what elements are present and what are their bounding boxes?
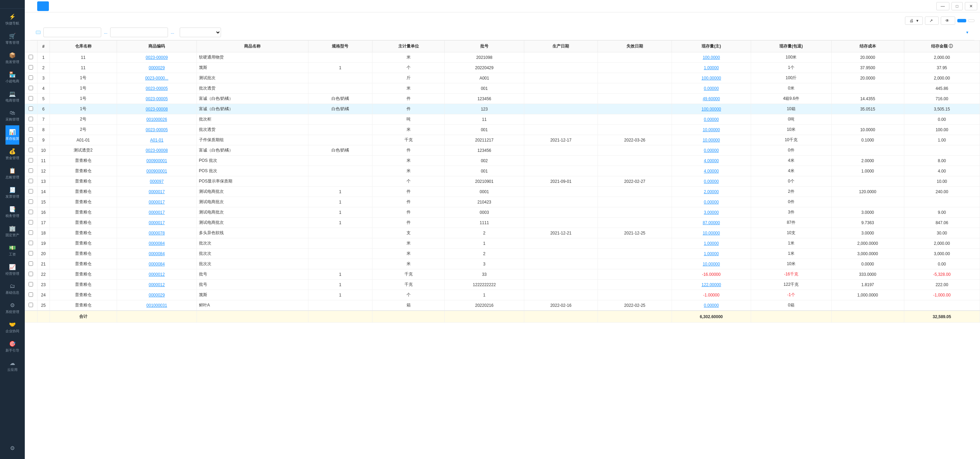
sidebar-item-电商管理[interactable]: 💻电商管理 bbox=[5, 87, 19, 107]
row-qty[interactable]: 100.0000 bbox=[671, 53, 751, 63]
row-qty[interactable]: 0.00000 bbox=[671, 300, 751, 311]
sidebar-item-云应用[interactable]: ☁云应用 bbox=[5, 356, 19, 376]
table-row[interactable]: 22普查粮仓0000012批号1千克33-16.00000-16千克333.00… bbox=[25, 269, 980, 280]
sidebar-item-发票管理[interactable]: 🧾发票管理 bbox=[5, 183, 19, 202]
sidebar-item-总账管理[interactable]: 📋总账管理 bbox=[5, 164, 19, 183]
table-row[interactable]: 23普查粮仓0000012批号1千克1222222222122.00000122… bbox=[25, 280, 980, 290]
row-qty[interactable]: 4.00000 bbox=[671, 166, 751, 176]
row-code[interactable]: 0000078 bbox=[117, 228, 197, 238]
row-code[interactable]: 000097 bbox=[117, 176, 197, 186]
table-row[interactable]: 51号0023-00005富诚（白色/奶橘）白色/奶橘件12345649.600… bbox=[25, 94, 980, 104]
table-row[interactable]: 20普查粮仓0000084批次次米21.000001米3,000.00003,0… bbox=[25, 249, 980, 259]
restore-btn[interactable]: □ bbox=[951, 2, 963, 10]
table-row[interactable]: 11普查粮仓000900001POS 批次米0024.000004米2.0000… bbox=[25, 156, 980, 166]
row-qty[interactable]: 0.00000 bbox=[671, 197, 751, 207]
table-row[interactable]: 17普查粮仓0000017测试电商批次1件111187.0000087件9.73… bbox=[25, 218, 980, 228]
table-row[interactable]: 61号0023-00008富诚（白色/奶橘）白色/奶橘件123100.00000… bbox=[25, 104, 980, 114]
close-window-btn[interactable]: ✕ bbox=[965, 2, 977, 10]
table-row[interactable]: 13普查粮仓000097POS显示率保质期个202109012021-09-01… bbox=[25, 176, 980, 186]
filter-expand-arrow[interactable] bbox=[36, 31, 41, 34]
row-qty[interactable]: -16.00000 bbox=[671, 269, 751, 280]
sidebar-item-资金管理[interactable]: 💰资金管理 bbox=[5, 145, 19, 164]
sidebar-item-批发管理[interactable]: 📦批发管理 bbox=[5, 49, 19, 68]
row-qty[interactable]: 0.00000 bbox=[671, 83, 751, 94]
row-code[interactable]: 0000029 bbox=[117, 63, 197, 73]
row-code[interactable]: 0023-00008 bbox=[117, 145, 197, 156]
row-qty[interactable]: 122.00000 bbox=[671, 280, 751, 290]
sidebar-item-零售管理[interactable]: 🛒零售管理 bbox=[5, 29, 19, 49]
table-row[interactable]: 9A01-01A01-01子件保质期组千克202112172021-12-172… bbox=[25, 135, 980, 145]
row-code[interactable]: 0000017 bbox=[117, 197, 197, 207]
export-btn[interactable]: ↗ bbox=[925, 16, 939, 25]
query-btn[interactable] bbox=[957, 19, 966, 22]
row-qty[interactable]: 49.60000 bbox=[671, 94, 751, 104]
row-qty[interactable]: 10.00000 bbox=[671, 259, 751, 269]
row-qty[interactable]: 2.00000 bbox=[671, 186, 751, 197]
row-qty[interactable]: 100.00000 bbox=[671, 73, 751, 83]
row-qty[interactable]: 1.00000 bbox=[671, 63, 751, 73]
sidebar-item-采购管理[interactable]: 🛍采购管理 bbox=[5, 107, 19, 125]
sidebar-logo[interactable] bbox=[0, 3, 25, 9]
row-code[interactable]: 0023-00009 bbox=[117, 53, 197, 63]
table-row[interactable]: 19普查粮仓0000084批次次米11.000001米2,000.00002,0… bbox=[25, 238, 980, 249]
minimize-btn[interactable]: — bbox=[936, 2, 949, 10]
row-code[interactable]: 000900001 bbox=[117, 156, 197, 166]
row-qty[interactable]: 4.00000 bbox=[671, 156, 751, 166]
row-qty[interactable]: 10.00000 bbox=[671, 228, 751, 238]
row-code[interactable]: 0023-00008 bbox=[117, 104, 197, 114]
table-row[interactable]: 31号0023-0000...测试批次斤A001100.00000100斤20.… bbox=[25, 73, 980, 83]
table-row[interactable]: 10测试透货20023-00008富诚（白色/奶橘）白色/奶橘件1234560.… bbox=[25, 145, 980, 156]
sidebar-item-新手引导[interactable]: 🎯新手引导 bbox=[5, 337, 19, 356]
display-btn[interactable]: 👁 bbox=[941, 16, 955, 25]
category-select[interactable] bbox=[180, 27, 221, 37]
row-code[interactable]: 0000017 bbox=[117, 207, 197, 218]
row-code[interactable]: 001000026 bbox=[117, 114, 197, 125]
row-qty[interactable]: 0.00000 bbox=[671, 176, 751, 186]
row-code[interactable]: A01-01 bbox=[117, 135, 197, 145]
row-qty[interactable]: 0.00000 bbox=[671, 145, 751, 156]
tab-inventory-batch[interactable] bbox=[37, 2, 49, 11]
table-row[interactable]: 2110000029篾斯1个202204291.000001个37.950037… bbox=[25, 63, 980, 73]
row-code[interactable]: 0000017 bbox=[117, 218, 197, 228]
row-code[interactable]: 0000017 bbox=[117, 186, 197, 197]
warehouse-filter[interactable] bbox=[43, 27, 101, 37]
sidebar-item-经营管理[interactable]: 📈经营管理 bbox=[5, 260, 19, 280]
row-code[interactable]: 0000012 bbox=[117, 269, 197, 280]
expand-more-btn[interactable]: ▾ bbox=[966, 30, 969, 35]
row-code[interactable]: 0023-00005 bbox=[117, 94, 197, 104]
table-row[interactable]: 24普查粮仓0000029篾斯1个1-1.00000-1个1,000.0000-… bbox=[25, 290, 980, 300]
print-template-btn[interactable]: 🖨 ▾ bbox=[905, 16, 923, 25]
table-row[interactable]: 82号0023-00005批次透货米00110.0000010米10.00001… bbox=[25, 125, 980, 135]
row-code[interactable]: 0000012 bbox=[117, 280, 197, 290]
table-row[interactable]: 25普查粮仓001000031鲜叶A箱202202162022-02-16202… bbox=[25, 300, 980, 311]
table-row[interactable]: 72号001000026批次柜吨110.000000吨0.00 bbox=[25, 114, 980, 125]
sidebar-item-企业协同[interactable]: 🤝企业协同 bbox=[5, 318, 19, 337]
settings-btn[interactable] bbox=[968, 19, 975, 22]
sidebar-item-库存核算[interactable]: 📊库存核算 bbox=[5, 125, 19, 145]
table-row[interactable]: 14普查粮仓0000017测试电商批次1件00012.000002件120.00… bbox=[25, 186, 980, 197]
sidebar-item-基础信息[interactable]: 🗂基础信息 bbox=[5, 280, 19, 298]
sidebar-item-快捷导航[interactable]: ⚡快捷导航 bbox=[5, 10, 19, 29]
tab-home[interactable] bbox=[27, 2, 36, 11]
sidebar-item-settings[interactable]: ⚙ bbox=[0, 441, 25, 455]
row-qty[interactable]: 1.00000 bbox=[671, 238, 751, 249]
table-row[interactable]: 41号0023-00005批次透货米0010.000000米445.86 bbox=[25, 83, 980, 94]
row-code[interactable]: 0023-0000... bbox=[117, 73, 197, 83]
table-row[interactable]: 18普查粮仓0000078多头异色软线支22021-12-212021-12-2… bbox=[25, 228, 980, 238]
row-qty[interactable]: 87.00000 bbox=[671, 218, 751, 228]
row-code[interactable]: 0000084 bbox=[117, 249, 197, 259]
row-code[interactable]: 0023-00005 bbox=[117, 125, 197, 135]
sidebar-item-固定资产[interactable]: 🏢固定资产 bbox=[5, 222, 19, 241]
row-code[interactable]: 001000031 bbox=[117, 300, 197, 311]
sidebar-item-工资[interactable]: 💵工资 bbox=[5, 241, 19, 260]
table-row[interactable]: 21普查粮仓0000084批次次米310.0000010米0.00000.00 bbox=[25, 259, 980, 269]
row-qty[interactable]: 10.00000 bbox=[671, 125, 751, 135]
row-code[interactable]: 0023-00005 bbox=[117, 83, 197, 94]
row-code[interactable]: 000900001 bbox=[117, 166, 197, 176]
goods-filter[interactable] bbox=[110, 27, 168, 37]
row-qty[interactable]: 10.00000 bbox=[671, 135, 751, 145]
sidebar-item-小超电商[interactable]: 🏪小超电商 bbox=[5, 68, 19, 87]
row-qty[interactable]: 3.00000 bbox=[671, 207, 751, 218]
row-qty[interactable]: 0.00000 bbox=[671, 114, 751, 125]
table-row[interactable]: 16普查粮仓0000017测试电商批次1件00033.000003件3.0000… bbox=[25, 207, 980, 218]
